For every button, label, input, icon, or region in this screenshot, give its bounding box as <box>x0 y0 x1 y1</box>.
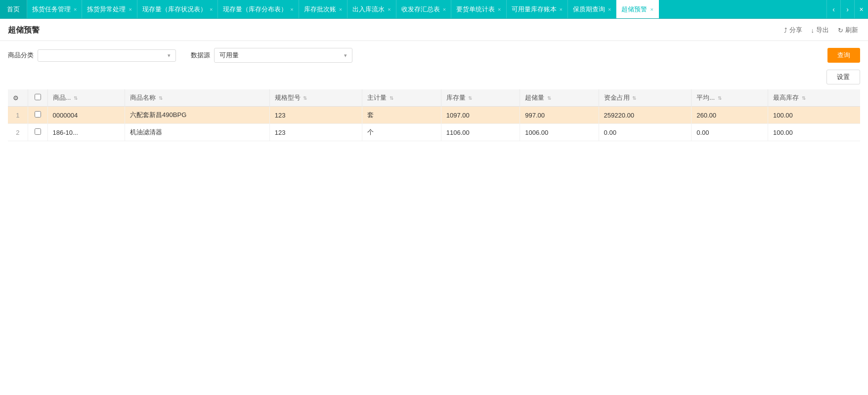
sort-icon: ⇅ <box>468 95 472 101</box>
col-name-label: 商品名称 <box>130 94 156 101</box>
select-all-checkbox[interactable] <box>35 94 41 100</box>
row-checkbox-cell[interactable] <box>28 124 47 141</box>
nav-item-home[interactable]: 首页 <box>0 0 27 18</box>
category-select[interactable]: ▾ <box>38 49 176 62</box>
share-button[interactable]: ⤴ 分享 <box>782 25 804 36</box>
close-icon[interactable]: × <box>650 6 653 12</box>
row-index: 2 <box>8 124 28 141</box>
setting-button[interactable]: 设置 <box>826 70 860 84</box>
row-stock: 1097.00 <box>441 107 520 124</box>
row-stock: 1106.00 <box>441 124 520 141</box>
row-overstock: 1006.00 <box>520 124 599 141</box>
nav-label: 拣货异常处理 <box>87 5 126 14</box>
col-header-code[interactable]: 商品... ⇅ <box>47 89 125 107</box>
nav-item-inout-flow[interactable]: 出入库流水 × <box>347 0 396 18</box>
nav-label: 现存量（库存状况表） <box>142 5 207 14</box>
nav-item-batch-ledger[interactable]: 库存批次账 × <box>299 0 347 18</box>
row-unit: 套 <box>362 107 441 124</box>
row-index: 1 <box>8 107 28 124</box>
col-header-overstock[interactable]: 超储量 ⇅ <box>520 89 599 107</box>
row-checkbox[interactable] <box>35 111 41 118</box>
page-header: 超储预警 ⤴ 分享 ↓ 导出 ↻ 刷新 <box>0 19 868 41</box>
sort-icon: ⇅ <box>74 95 78 101</box>
nav-prev-button[interactable]: ‹ <box>826 0 840 19</box>
chevron-down-icon: ▾ <box>168 52 171 59</box>
col-header-stock[interactable]: 库存量 ⇅ <box>441 89 520 107</box>
col-header-unit[interactable]: 主计量 ⇅ <box>362 89 441 107</box>
close-icon[interactable]: × <box>560 6 563 12</box>
col-unit-label: 主计量 <box>367 94 387 101</box>
row-code: 186-10... <box>47 124 125 141</box>
nav-label: 保质期查询 <box>573 5 605 14</box>
refresh-label: 刷新 <box>845 26 858 35</box>
close-icon[interactable]: × <box>608 6 611 12</box>
category-filter-label: 商品分类 <box>8 51 34 60</box>
header-actions: ⤴ 分享 ↓ 导出 ↻ 刷新 <box>782 25 861 36</box>
col-header-avg[interactable]: 平均... ⇅ <box>692 89 768 107</box>
nav-item-inventory-dist[interactable]: 现存量（库存分布表） × <box>218 0 299 18</box>
top-nav: 首页 拣货任务管理 × 拣货异常处理 × 现存量（库存状况表） × 现存量（库存… <box>0 0 868 19</box>
category-filter-group: 商品分类 ▾ <box>8 49 176 62</box>
sort-icon: ⇅ <box>390 95 393 101</box>
row-checkbox-cell[interactable] <box>28 107 47 124</box>
refresh-button[interactable]: ↻ 刷新 <box>836 25 860 36</box>
nav-close-all-button[interactable]: × <box>854 0 868 19</box>
close-icon[interactable]: × <box>339 6 342 12</box>
sort-icon: ⇅ <box>547 95 551 101</box>
nav-item-pick-exception[interactable]: 拣货异常处理 × <box>82 0 137 18</box>
export-label: 导出 <box>816 26 829 35</box>
row-code: 0000004 <box>47 107 125 124</box>
home-label: 首页 <box>7 5 20 14</box>
nav-label: 现存量（库存分布表） <box>223 5 287 14</box>
nav-label: 拣货任务管理 <box>32 5 71 14</box>
nav-item-overstock[interactable]: 超储预警 × <box>616 0 658 18</box>
nav-next-button[interactable]: › <box>840 0 854 19</box>
sort-icon: ⇅ <box>718 95 722 101</box>
col-overstock-label: 超储量 <box>525 94 544 101</box>
col-capital-label: 资金占用 <box>604 94 630 101</box>
nav-item-recv-send[interactable]: 收发存汇总表 × <box>396 0 451 18</box>
table-row: 1 0000004 六配套新昌490BPG 123 套 1097.00 997.… <box>8 107 860 124</box>
row-checkbox[interactable] <box>35 128 41 135</box>
nav-item-pick-task[interactable]: 拣货任务管理 × <box>27 0 82 18</box>
nav-item-shelf-life[interactable]: 保质期查询 × <box>568 0 616 18</box>
nav-item-available-ledger[interactable]: 可用量库存账本 × <box>507 0 568 18</box>
close-icon[interactable]: × <box>290 6 293 12</box>
export-button[interactable]: ↓ 导出 <box>809 25 831 36</box>
nav-item-inventory-status[interactable]: 现存量（库存状况表） × <box>137 0 218 18</box>
col-header-max[interactable]: 最高库存 ⇅ <box>768 89 860 107</box>
row-avg: 260.00 <box>692 107 768 124</box>
page-container: 超储预警 ⤴ 分享 ↓ 导出 ↻ 刷新 商品分类 ▾ 数据源 <box>0 19 868 395</box>
close-icon[interactable]: × <box>129 6 131 12</box>
row-spec: 123 <box>269 124 362 141</box>
close-icon[interactable]: × <box>210 6 213 12</box>
col-header-capital[interactable]: 资金占用 ⇅ <box>599 89 692 107</box>
table-row: 2 186-10... 机油滤清器 123 个 1106.00 1006.00 … <box>8 124 860 141</box>
sort-icon: ⇅ <box>159 95 163 101</box>
refresh-icon: ↻ <box>838 27 843 34</box>
nav-label: 要货单统计表 <box>456 5 495 14</box>
row-max: 100.00 <box>768 124 860 141</box>
sort-icon: ⇅ <box>632 95 636 101</box>
page-title: 超储预警 <box>8 25 40 36</box>
col-gear[interactable]: ⚙ <box>8 89 28 107</box>
close-icon[interactable]: × <box>74 6 77 12</box>
close-icon[interactable]: × <box>388 6 391 12</box>
nav-item-order-stats[interactable]: 要货单统计表 × <box>451 0 506 18</box>
row-name: 机油滤清器 <box>125 124 270 141</box>
sort-icon: ⇅ <box>303 95 307 101</box>
nav-label: 可用量库存账本 <box>512 5 557 14</box>
close-icon[interactable]: × <box>443 6 446 12</box>
datasource-select[interactable]: 可用量 ▾ <box>214 48 352 63</box>
col-header-spec[interactable]: 规格型号 ⇅ <box>269 89 362 107</box>
setting-row: 设置 <box>0 70 868 89</box>
query-button[interactable]: 查询 <box>827 48 860 63</box>
row-avg: 0.00 <box>692 124 768 141</box>
row-capital: 0.00 <box>599 124 692 141</box>
nav-label: 收发存汇总表 <box>401 5 440 14</box>
gear-icon: ⚙ <box>13 94 19 102</box>
col-header-name[interactable]: 商品名称 ⇅ <box>125 89 270 107</box>
table-header-row: ⚙ 商品... ⇅ 商品名称 ⇅ 规格型号 ⇅ <box>8 89 860 107</box>
close-icon[interactable]: × <box>498 6 501 12</box>
col-select-all[interactable] <box>28 89 47 107</box>
